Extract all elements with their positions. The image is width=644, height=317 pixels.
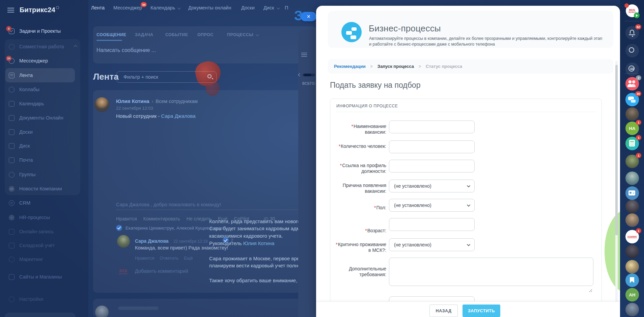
likes-names[interactable]: Екатерина Цехмиструк, Алексей Кущев и ещ…	[125, 226, 226, 231]
comment-like-counter[interactable]: 2	[223, 237, 233, 243]
nav-item-feed[interactable]: Лента	[91, 5, 105, 10]
comment-more-action[interactable]: Ещё	[184, 256, 193, 261]
sidebar-item-calendar[interactable]: Календарь	[0, 99, 88, 108]
sidebar-item-mail[interactable]: Почта	[0, 155, 88, 165]
people-count-input[interactable]	[389, 140, 475, 153]
messenger-badge: 34	[6, 56, 11, 61]
sidebar-item-hr[interactable]: Н HR-процессы	[0, 213, 88, 222]
manager-link[interactable]: Юлия Котина	[243, 240, 275, 246]
nav-item-boards[interactable]: Доски	[241, 5, 255, 10]
user-initials-avatar-na[interactable]: НА 1	[625, 122, 639, 135]
breadcrumb-start-process[interactable]: Запуск процесса	[377, 64, 414, 69]
tab-event[interactable]: СОБЫТИЕ	[165, 32, 188, 37]
modal-scrollbar-thumb[interactable]	[615, 65, 618, 235]
sidebar-item-messenger[interactable]: 34 Мессенджер	[0, 56, 88, 65]
sidebar-item-collaboration[interactable]: Совместная работа	[0, 42, 88, 51]
vacancy-name-input[interactable]	[389, 121, 475, 133]
feed-icon	[9, 73, 15, 78]
add-comment-input[interactable]: Добавить комментарий	[135, 268, 188, 274]
menu-icon[interactable]	[7, 8, 14, 12]
tasks-doc-avatar[interactable]: 1	[625, 137, 639, 150]
comment-author-name[interactable]: Сара Джалова	[135, 238, 169, 244]
sidebar-item-warehouse[interactable]: Складской учёт	[0, 241, 88, 250]
breadcrumb-recommendations[interactable]: Рекомендации	[334, 64, 366, 69]
user-avatar[interactable]	[625, 213, 639, 227]
brand-logo[interactable]: Битрикс24	[20, 6, 59, 14]
post-author-avatar[interactable]	[94, 97, 109, 112]
back-button[interactable]: НАЗАД	[429, 305, 458, 317]
bookmark-avatar[interactable]	[625, 273, 639, 287]
nav-item-calendar[interactable]: Календарь	[150, 5, 180, 10]
webformat-logo-avatar[interactable]: ВЕБ ФОРМАТ	[626, 4, 639, 17]
id-card-avatar[interactable]	[625, 186, 639, 200]
nav-item-messenger[interactable]: Мессенджер34	[113, 5, 142, 10]
sidebar-item-online-booking[interactable]: Онлайн-запись	[0, 227, 88, 236]
search-icon[interactable]	[207, 74, 212, 78]
user-avatar[interactable]	[625, 200, 639, 213]
user-avatar[interactable]	[625, 171, 639, 185]
comment-author-avatar[interactable]	[117, 235, 130, 248]
itexpert-logo-avatar[interactable]: IT.EXPERT 1	[625, 230, 639, 243]
user-avatar[interactable]	[625, 107, 639, 121]
thumb-up-icon[interactable]	[116, 225, 122, 231]
more-action[interactable]: Ещё	[218, 216, 228, 221]
sidebar-item-collabs[interactable]: Коллабы	[0, 85, 88, 94]
age-input[interactable]	[389, 218, 475, 231]
post-author-name[interactable]: Юлия Котина	[116, 98, 149, 104]
compose-placeholder[interactable]: Написать сообщение ...	[96, 47, 156, 53]
comment-reply-action[interactable]: Ответить	[160, 256, 178, 261]
tab-poll[interactable]: ОПРОС	[197, 32, 214, 37]
nav-item-partial[interactable]: П	[285, 5, 288, 10]
sidebar-item-tasks[interactable]: 8 Задачи и Проекты	[0, 26, 88, 36]
employees-chat-avatar[interactable]: 2	[625, 77, 639, 90]
copilot-button[interactable]	[625, 44, 639, 57]
post-date[interactable]: 22 сентября 12:03	[116, 106, 153, 111]
sidebar-item-settings[interactable]: Настройки	[0, 294, 88, 304]
additional-requirements-textarea[interactable]	[389, 258, 593, 286]
employee-link[interactable]: Сара Джалова	[161, 113, 196, 119]
sidebar-item-drive[interactable]: Диск	[0, 141, 88, 151]
field-label-profile-link: *Ссылка на профиль должности:	[332, 163, 386, 174]
user-initials-avatar-an[interactable]: АН	[625, 288, 639, 301]
tab-message[interactable]: СООБЩЕНИЕ	[96, 32, 126, 37]
invite-button[interactable]	[5, 313, 76, 317]
unfollow-action[interactable]: Не следить	[187, 216, 212, 221]
copilot-action[interactable]: CoPilot	[234, 216, 249, 221]
msk-critical-select[interactable]: (не установлено)	[389, 238, 475, 251]
comment-action[interactable]: Комментировать	[143, 216, 180, 221]
chat-transfer-button[interactable]	[625, 62, 639, 76]
general-chat-avatar[interactable]: 30	[625, 93, 639, 106]
sidebar-item-feed[interactable]: Лента	[0, 71, 88, 80]
run-button[interactable]: ЗАПУСТИТЬ	[463, 305, 500, 317]
gender-select[interactable]: (не установлено)	[389, 199, 475, 212]
tab-task[interactable]: ЗАДАЧА	[135, 32, 153, 37]
sidebar-item-marketing[interactable]: Маркетинг	[0, 255, 88, 264]
tab-processes[interactable]: ПРОЦЕССЫ	[227, 32, 258, 37]
post-audience[interactable]: Всем сотрудникам	[156, 99, 198, 104]
group-chat-avatar[interactable]	[625, 260, 639, 273]
tasks-icon: 8	[9, 28, 15, 34]
resize-grip-icon[interactable]	[589, 289, 592, 292]
sidebar-item-docs-online[interactable]: Документы Онлайн	[0, 113, 88, 123]
avatar-badge: 1	[636, 228, 641, 233]
sidebar-item-sites[interactable]: Сайты и Магазины	[0, 272, 88, 282]
user-avatar[interactable]	[625, 303, 639, 316]
notifications-bell-button[interactable]: 82	[625, 26, 639, 39]
sidebar-item-crm[interactable]: CRM	[0, 198, 88, 208]
vacancy-reason-select[interactable]: (не установлено)	[389, 180, 475, 192]
sidebar-item-company-news[interactable]: НК Новости Компании	[0, 184, 88, 193]
chevron-down-icon	[276, 6, 280, 9]
comment-like-action[interactable]: Нравится	[135, 256, 154, 261]
user-avatar[interactable]: 1	[625, 155, 639, 168]
like-action[interactable]: Нравится	[116, 216, 137, 221]
sidebar-item-boards[interactable]: Доски	[0, 127, 88, 137]
next-post-avatar[interactable]	[95, 306, 109, 317]
sidebar-item-groups[interactable]: Группы	[0, 170, 88, 179]
search-input[interactable]	[117, 72, 216, 82]
user-avatar[interactable]	[625, 245, 639, 258]
close-button[interactable]: ✕	[301, 12, 316, 21]
nav-item-docs[interactable]: Документы онлайн	[188, 5, 231, 10]
comment-date: 22 сентября 12:19	[173, 239, 207, 244]
profile-link-input[interactable]	[389, 160, 475, 173]
nav-item-drive[interactable]: Диск	[263, 5, 279, 10]
